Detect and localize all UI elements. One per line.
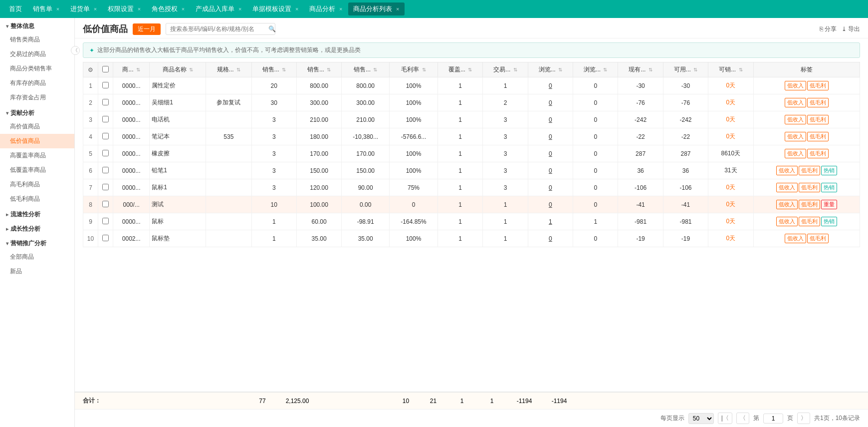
view1-link[interactable]: 0 [549,235,552,242]
col-sales-amt[interactable]: 销售... ⇅ [296,62,341,77]
next-page-btn[interactable]: 〉 [797,413,810,424]
close-template-icon[interactable]: × [295,6,298,12]
row-checkbox-cell[interactable] [98,162,113,179]
filter-recent-month-btn[interactable]: 近一月 [133,23,161,35]
row-view1[interactable]: 0 [528,145,573,162]
sort-sales-qty-icon[interactable]: ⇅ [282,67,286,72]
close-purchase-icon[interactable]: × [94,6,97,12]
select-all-checkbox[interactable] [102,66,109,72]
sidebar-item-stock-goods[interactable]: 有库存的商品 [0,76,74,90]
row-checkbox-cell[interactable] [98,145,113,162]
sidebar-item-traded-goods[interactable]: 交易过的商品 [0,47,74,61]
row-checkbox[interactable] [102,82,109,88]
row-view1[interactable]: 1 [528,213,573,230]
sidebar-item-all-goods[interactable]: 全部商品 [0,250,74,264]
sort-sales-amt-icon[interactable]: ⇅ [327,67,331,72]
view1-link[interactable]: 0 [549,150,552,157]
search-icon[interactable]: 🔍 [268,25,276,32]
row-checkbox-cell[interactable] [98,111,113,128]
sidebar-item-high-value[interactable]: 高价值商品 [0,119,74,134]
row-view1[interactable]: 0 [528,77,573,94]
sidebar-item-new-goods[interactable]: 新品 [0,264,74,279]
row-checkbox[interactable] [102,167,109,173]
row-checkbox-cell[interactable] [98,179,113,196]
row-view1[interactable]: 0 [528,179,573,196]
sidebar-group-marketing[interactable]: ▾ 营销推广分析 [0,235,74,250]
sidebar-item-category-rate[interactable]: 商品分类销售率 [0,61,74,76]
nav-product-analysis[interactable]: 商品分析 × [304,2,347,15]
row-checkbox[interactable] [102,133,109,139]
page-number-input[interactable] [763,414,783,424]
view1-link[interactable]: 0 [549,82,552,89]
col-available[interactable]: 可用... ⇅ [663,62,708,77]
nav-permission[interactable]: 权限设置 × [103,2,146,15]
row-view1[interactable]: 0 [528,230,573,247]
sidebar-item-low-coverage[interactable]: 低覆盖率商品 [0,163,74,177]
nav-product-analysis-list[interactable]: 商品分析列表 × [348,2,404,15]
row-checkbox-cell[interactable] [98,196,113,213]
row-checkbox[interactable] [102,184,109,190]
row-checkbox[interactable] [102,99,109,105]
nav-home[interactable]: 首页 [4,2,27,15]
sort-sales-cost-icon[interactable]: ⇅ [373,67,377,72]
export-btn[interactable]: ⤓ 导出 [842,25,860,33]
sidebar-group-growth[interactable]: ▸ 成长性分析 [0,221,74,235]
col-trade[interactable]: 交易... ⇅ [483,62,528,77]
close-sales-icon[interactable]: × [56,6,59,12]
nav-template[interactable]: 单据模板设置 × [247,2,303,15]
view1-link[interactable]: 0 [549,201,552,208]
share-btn[interactable]: ⎘ 分享 [820,25,837,33]
row-checkbox[interactable] [102,218,109,224]
view1-link[interactable]: 0 [549,133,552,140]
view1-link[interactable]: 0 [549,167,552,174]
row-checkbox-cell[interactable] [98,94,113,111]
row-checkbox-cell[interactable] [98,128,113,145]
sort-margin-icon[interactable]: ⇅ [422,67,426,72]
close-product-analysis-list-icon[interactable]: × [396,6,399,12]
nav-product-in[interactable]: 产成品入库单 × [191,2,246,15]
sort-view1-icon[interactable]: ⇅ [558,67,562,72]
sidebar-group-velocity[interactable]: ▸ 流速性分析 [0,206,74,221]
page-size-select[interactable]: 50 100 200 [688,413,714,424]
close-product-analysis-icon[interactable]: × [339,6,342,12]
nav-sales[interactable]: 销售单 × [28,2,64,15]
view1-link[interactable]: 0 [549,116,552,123]
view1-link[interactable]: 0 [549,99,552,106]
row-view1[interactable]: 0 [528,94,573,111]
sidebar-item-high-coverage[interactable]: 高覆盖率商品 [0,148,74,163]
first-page-btn[interactable]: |〈 [718,413,732,424]
row-checkbox[interactable] [102,201,109,207]
row-checkbox-cell[interactable] [98,213,113,230]
row-checkbox[interactable] [102,235,109,241]
sort-sellable-icon[interactable]: ⇅ [739,67,743,72]
col-sellable[interactable]: 可销... ⇅ [708,62,753,77]
sort-view2-icon[interactable]: ⇅ [603,67,607,72]
sidebar-group-contribution[interactable]: ▾ 贡献分析 [0,105,74,119]
sort-name-icon[interactable]: ⇅ [189,67,193,72]
sort-coverage-icon[interactable]: ⇅ [468,67,472,72]
row-checkbox[interactable] [102,150,109,156]
view1-link[interactable]: 1 [549,218,552,225]
sidebar-item-stock-fund[interactable]: 库存资金占用 [0,90,74,105]
col-name[interactable]: 商品名称 ⇅ [150,62,206,77]
row-view1[interactable]: 0 [528,162,573,179]
sort-current-icon[interactable]: ⇅ [649,67,652,72]
col-code[interactable]: 商... ⇅ [113,62,150,77]
row-checkbox-cell[interactable] [98,230,113,247]
search-input[interactable] [166,23,275,35]
prev-page-btn[interactable]: 〈 [736,413,749,424]
row-checkbox-cell[interactable] [98,77,113,94]
sidebar-item-low-value[interactable]: 低价值商品 [0,134,74,148]
nav-purchase[interactable]: 进货单 × [65,2,102,15]
sidebar-collapse-btn[interactable]: 《 [71,46,80,55]
col-gear[interactable]: ⚙ [83,62,98,77]
sidebar-item-sales-goods[interactable]: 销售类商品 [0,32,74,47]
sidebar-item-high-margin[interactable]: 高毛利商品 [0,177,74,192]
col-sales-cost[interactable]: 销售... ⇅ [342,62,390,77]
col-view2[interactable]: 浏览... ⇅ [573,62,618,77]
col-margin[interactable]: 毛利率 ⇅ [390,62,438,77]
col-spec[interactable]: 规格... ⇅ [206,62,251,77]
col-coverage[interactable]: 覆盖... ⇅ [437,62,482,77]
sort-spec-icon[interactable]: ⇅ [236,67,240,72]
close-product-in-icon[interactable]: × [238,6,241,12]
